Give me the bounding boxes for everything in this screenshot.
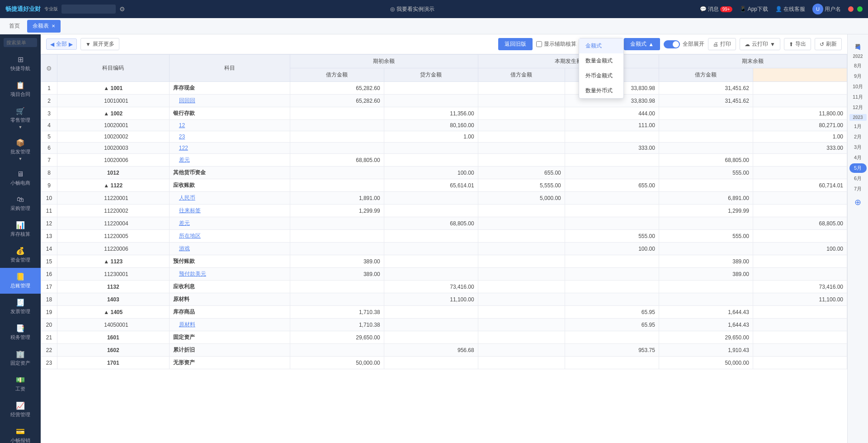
sidebar-item-wholesale[interactable]: 📦 批发管理 ▼ — [0, 134, 41, 166]
month-feb[interactable]: 2月 — [849, 132, 867, 142]
month-dec[interactable]: 12月 — [849, 103, 867, 112]
row-name[interactable]: 差元 — [169, 154, 290, 167]
account-link[interactable]: 差元 — [179, 157, 190, 163]
row-close-credit: 11,100.00 — [753, 293, 847, 306]
amount-type-btn[interactable]: 金额式 ▲ — [624, 38, 660, 50]
tab-close-icon[interactable]: ✕ — [52, 24, 55, 29]
checkbox-sub-ledger[interactable] — [536, 41, 542, 47]
row-name[interactable]: 银行存款 — [169, 107, 290, 120]
sidebar-search-input[interactable] — [4, 38, 37, 47]
right-panel-collapse-icon[interactable]: ◀ — [855, 43, 860, 51]
account-link[interactable]: 游戏 — [179, 245, 190, 252]
back-old-version-btn[interactable]: 返回旧版 — [498, 38, 533, 50]
right-panel-expand-btn[interactable]: ⊕ — [854, 197, 861, 207]
sidebar-item-retail[interactable]: 🛒 零售管理 ▼ — [0, 102, 41, 134]
month-sep[interactable]: 9月 — [849, 71, 867, 81]
month-aug[interactable]: 8月 — [849, 61, 867, 71]
demo-link[interactable]: ◎ 我要看实例演示 — [390, 5, 434, 13]
sidebar-item-quick-nav[interactable]: ⊞ 快捷导航 — [0, 51, 41, 76]
account-link[interactable]: 23 — [179, 133, 185, 140]
row-name[interactable]: 游戏 — [169, 243, 290, 255]
row-name[interactable]: 23 — [169, 131, 290, 143]
sidebar-item-fixed-assets[interactable]: 🏢 固定资产 — [0, 345, 41, 371]
month-oct[interactable]: 10月 — [849, 82, 867, 91]
table-row: 7 10020006 差元 68,805.00 68,805.00 — [41, 154, 847, 167]
row-name[interactable]: 原材料 — [169, 293, 290, 306]
month-jul[interactable]: 7月 — [849, 184, 867, 194]
cloud-print-btn[interactable]: ☁ 云打印 ▼ — [740, 38, 780, 50]
online-service-btn[interactable]: 👤 在线客服 — [775, 5, 805, 13]
month-mar[interactable]: 3月 — [849, 143, 867, 152]
dropdown-item-foreign-amount[interactable]: 外币金额式 — [579, 68, 623, 83]
sidebar-item-general-ledger[interactable]: 📒 总账管理 — [0, 268, 41, 294]
sidebar-item-inventory[interactable]: 📊 库存核算 — [0, 216, 41, 242]
row-name[interactable]: 预付账款 — [169, 255, 290, 268]
row-name[interactable]: 所在地区 — [169, 230, 290, 243]
sidebar-item-capital[interactable]: 💰 资金管理 — [0, 242, 41, 268]
message-btn[interactable]: 💬 消息 99+ — [700, 5, 732, 13]
row-name[interactable]: 其他货币资金 — [169, 167, 290, 179]
row-name[interactable]: 回回回 — [169, 95, 290, 107]
row-name[interactable]: 无形资产 — [169, 357, 290, 369]
row-cur-credit — [565, 205, 659, 217]
expand-more-btn[interactable]: ▼ 展开更多 — [80, 38, 119, 50]
settings-icon[interactable]: ⚙ — [119, 5, 125, 13]
toggle-switch[interactable] — [664, 40, 680, 48]
dropdown-item-qty-amount[interactable]: 数量金额式 — [579, 53, 623, 68]
month-jun[interactable]: 6月 — [849, 174, 867, 183]
account-link[interactable]: 122 — [179, 145, 188, 151]
sidebar-item-sales[interactable]: 💳 小畅报销 — [0, 423, 41, 443]
export-btn[interactable]: ⬆ 导出 — [784, 38, 811, 50]
checkbox-sub-ledger-label[interactable]: 显示辅助核算 — [536, 40, 576, 48]
sidebar-item-operation[interactable]: 📈 经营管理 — [0, 397, 41, 423]
row-name[interactable]: 人民币 — [169, 192, 290, 205]
sidebar-item-project[interactable]: 📋 项目合同 — [0, 76, 41, 102]
row-name[interactable]: 应收账款 — [169, 179, 290, 192]
account-link[interactable]: 原材料 — [179, 321, 195, 328]
month-jan[interactable]: 1月 — [849, 122, 867, 131]
row-name[interactable]: 固定资产 — [169, 331, 290, 344]
account-link[interactable]: 所在地区 — [179, 233, 201, 239]
tab-home[interactable]: 首页 — [4, 20, 25, 33]
row-name[interactable]: 12 — [169, 120, 290, 131]
row-name[interactable]: 122 — [169, 143, 290, 154]
row-name[interactable]: 库存现金 — [169, 82, 290, 95]
project-icon: 📋 — [16, 81, 25, 90]
month-apr[interactable]: 4月 — [849, 153, 867, 162]
row-name[interactable]: 预付款美元 — [169, 268, 290, 281]
account-link[interactable]: 12 — [179, 122, 185, 129]
account-link[interactable]: 人民币 — [179, 195, 195, 201]
account-link[interactable]: 预付款美元 — [179, 271, 206, 277]
row-name[interactable]: 应收利息 — [169, 281, 290, 293]
print-btn[interactable]: 🖨 打印 — [708, 38, 736, 50]
row-name[interactable]: 差元 — [169, 217, 290, 230]
sidebar-item-invoice[interactable]: 🧾 发票管理 — [0, 294, 41, 319]
tab-balance[interactable]: 余额表 ✕ — [27, 20, 61, 33]
month-nov[interactable]: 11月 — [849, 92, 867, 102]
user-avatar[interactable]: U 用户名 — [812, 4, 841, 14]
row-name[interactable]: 原材料 — [169, 319, 290, 331]
row-code: 1132 — [57, 281, 170, 293]
account-link[interactable]: 回回回 — [179, 97, 195, 104]
window-maximize-btn[interactable] — [857, 6, 863, 12]
sidebar-item-purchase[interactable]: 🛍 采购管理 — [0, 191, 41, 216]
dropdown-item-qty-foreign[interactable]: 数量外币式 — [579, 83, 623, 98]
top-search-input[interactable] — [61, 5, 116, 14]
row-name[interactable]: 库存商品 — [169, 306, 290, 319]
app-download-btn[interactable]: 📱 App下载 — [740, 5, 768, 13]
row-name[interactable]: 往来标签 — [169, 205, 290, 217]
refresh-btn[interactable]: ↺ 刷新 — [815, 38, 842, 50]
sidebar-item-ecommerce[interactable]: 🖥 小畅电商 — [0, 166, 41, 191]
window-close-btn[interactable] — [848, 6, 854, 12]
expand-all-toggle[interactable]: 全部展开 — [664, 40, 704, 48]
breadcrumb-all[interactable]: ◀ 全部 ▶ — [46, 38, 77, 50]
sidebar-item-salary[interactable]: 💵 工资 — [0, 371, 41, 397]
dropdown-item-amount[interactable]: 金额式 — [579, 38, 623, 53]
row-name[interactable]: 累计折旧 — [169, 344, 290, 357]
account-link[interactable]: 差元 — [179, 220, 190, 226]
account-link[interactable]: 往来标签 — [179, 207, 201, 214]
sidebar-item-tax[interactable]: 📑 税务管理 — [0, 319, 41, 345]
table-settings-icon[interactable]: ⚙ — [46, 65, 52, 72]
month-may[interactable]: 5月 — [849, 163, 867, 173]
row-close-debit: 555.00 — [659, 230, 753, 243]
